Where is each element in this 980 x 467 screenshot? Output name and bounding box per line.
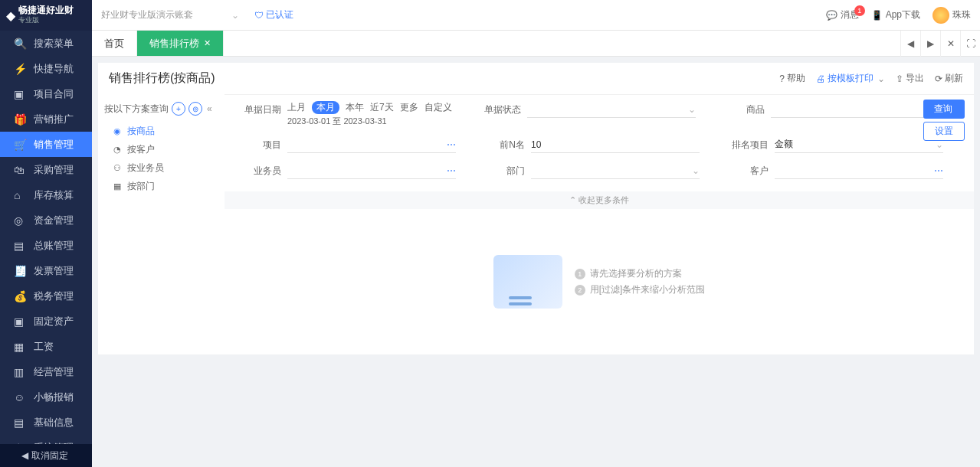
sidebar-footer[interactable]: ◀ 取消固定 [0,444,92,467]
filter-dept[interactable]: 部门 ⌄ [479,162,700,179]
chevron-down-icon: ⌄ [692,165,700,176]
filter-status[interactable]: 单据状态 ⌄ [475,101,696,127]
nav-ledger[interactable]: ▤总账管理 [0,233,92,258]
close-icon[interactable]: ✕ [204,38,211,48]
sidebar: ◆ 畅捷通好业财 专业版 🔍搜索菜单 ⚡快捷导航 ▣项目合同 🎁营销推广 🛒销售… [0,0,92,467]
filter-product[interactable]: 商品 ⋯ [719,101,939,127]
filter-date: 单据日期 上月 本月 本年 近7天 更多 自定义 2023-03-01 至 20… [235,101,452,127]
nav-invoice[interactable]: 🧾发票管理 [0,258,92,283]
nav-operation[interactable]: ▥经营管理 [0,359,92,384]
shield-icon: 🛡 [254,10,264,21]
settings-button[interactable]: 设置 [923,122,965,141]
date-opt-lastmonth[interactable]: 上月 [287,101,306,114]
nav-sales[interactable]: 🛒销售管理 [0,132,92,157]
brand-edition: 专业版 [18,15,74,25]
more-icon[interactable]: ⋯ [934,165,943,176]
info-icon: ▤ [14,416,29,429]
empty-tip-2: 2用[过滤]条件来缩小分析范围 [575,283,706,296]
topbar: 好业财专业版演示账套 ⌄ 🛡 已认证 💬 消息 1 📱 App下载 珠珠 [92,0,980,31]
nav-inventory[interactable]: ⌂库存核算 [0,182,92,207]
doc-icon: ▣ [14,88,29,100]
filter-project[interactable]: 项目 ⋯ [235,136,456,153]
user-menu[interactable]: 珠珠 [932,7,971,24]
export-button[interactable]: ⇪导出 [896,72,924,85]
nav-expense[interactable]: ☺小畅报销 [0,384,92,410]
help-icon: ? [779,73,785,84]
query-button[interactable]: 查询 [923,100,965,119]
arrow-up-icon: ⌃ [569,195,576,204]
logo: ◆ 畅捷通好业财 专业版 [0,0,92,31]
scheme-settings-button[interactable]: ⊚ [188,102,202,116]
cart-icon: 🛒 [14,139,29,151]
nav-finance[interactable]: ◎资金管理 [0,207,92,233]
nav-list: 🔍搜索菜单 ⚡快捷导航 ▣项目合同 🎁营销推广 🛒销售管理 🛍采购管理 ⌂库存核… [0,31,92,444]
nav-basic[interactable]: ▤基础信息 [0,410,92,435]
filter-rankby[interactable]: 排名项目 金额⌄ [723,136,943,153]
nav-tax[interactable]: 💰税务管理 [0,283,92,309]
avatar [932,7,949,24]
receipt-icon: 🧾 [14,265,29,277]
tab-prev[interactable]: ◀ [900,31,920,57]
message-badge: 1 [854,5,865,16]
scheme-panel: 按以下方案查询 + ⊚ « ◉按商品 ◔按客户 ⚇按业务员 ▦按部门 [98,94,225,354]
refresh-button[interactable]: ⟳刷新 [935,72,963,85]
empty-tip-1: 1请先选择要分析的方案 [575,267,706,280]
main-content: 销售排行榜(按商品) ?帮助 🖨按模板打印⌄ ⇪导出 ⟳刷新 按以下方案查询 +… [92,57,980,467]
clock-icon: ◔ [113,145,127,155]
page-title: 销售排行榜(按商品) [109,70,215,87]
more-icon[interactable]: ⋯ [447,139,456,150]
nav-marketing[interactable]: 🎁营销推广 [0,106,92,132]
messages-link[interactable]: 💬 消息 1 [826,8,859,21]
date-range-text: 2023-03-01 至 2023-03-31 [287,116,452,127]
tax-icon: 💰 [14,290,29,302]
date-opt-custom[interactable]: 自定义 [424,101,452,114]
more-icon[interactable]: ⋯ [447,165,456,176]
date-opt-7d[interactable]: 近7天 [370,101,394,114]
nav-salary[interactable]: ▦工资 [0,334,92,359]
ledger-icon: ▤ [14,240,29,252]
print-icon: 🖨 [816,73,825,84]
collapse-scheme-button[interactable]: « [207,103,212,114]
tab-next[interactable]: ▶ [920,31,940,57]
tab-home[interactable]: 首页 [92,31,137,56]
fullscreen-button[interactable]: ⛶ [960,31,980,57]
lightning-icon: ⚡ [14,63,29,75]
filter-customer[interactable]: 客户 ⋯ [723,162,943,179]
empty-state: 1请先选择要分析的方案 2用[过滤]条件来缩小分析范围 [225,209,974,354]
filter-topn[interactable]: 前N名 10 [479,136,700,153]
scheme-item-product[interactable]: ◉按商品 [113,122,218,140]
asset-icon: ▣ [14,315,29,328]
nav-search-menu[interactable]: 🔍搜索菜单 [0,31,92,56]
workspace-selector[interactable]: 好业财专业版演示账套 ⌄ [101,8,239,21]
tab-sales-ranking[interactable]: 销售排行榜 ✕ [137,31,224,56]
scheme-header: 按以下方案查询 + ⊚ « [104,102,218,116]
date-opt-thisyear[interactable]: 本年 [346,101,364,114]
add-scheme-button[interactable]: + [172,102,185,116]
date-opt-more[interactable]: 更多 [400,101,418,114]
tabrow: 首页 销售排行榜 ✕ ◀ ▶ ✕ ⛶ [92,31,980,57]
app-download-link[interactable]: 📱 App下载 [871,8,920,21]
scheme-item-customer[interactable]: ◔按客户 [113,140,218,158]
nav-quick[interactable]: ⚡快捷导航 [0,56,92,81]
print-button[interactable]: 🖨按模板打印⌄ [816,72,885,85]
scheme-item-salesman[interactable]: ⚇按业务员 [113,158,218,177]
tab-close-all[interactable]: ✕ [940,31,960,57]
refresh-icon: ⟳ [935,73,942,84]
pin-icon: ◀ [21,450,28,461]
scheme-item-dept[interactable]: ▦按部门 [113,177,218,195]
filter-panel: 查询 设置 单据日期 上月 本月 本年 近7天 更多 [225,94,974,191]
help-button[interactable]: ?帮助 [779,72,805,85]
logo-icon: ◆ [6,8,15,23]
export-icon: ⇪ [896,73,903,84]
gift-icon: 🎁 [14,113,29,126]
date-opt-thismonth[interactable]: 本月 [312,101,339,114]
grid-icon: ▦ [113,181,127,191]
collapse-filters[interactable]: ⌃ 收起更多条件 [225,191,974,209]
nav-system[interactable]: ⚙系统管理 [0,435,92,444]
nav-asset[interactable]: ▣固定资产 [0,309,92,334]
nav-project-contract[interactable]: ▣项目合同 [0,81,92,106]
page-header: 销售排行榜(按商品) ?帮助 🖨按模板打印⌄ ⇪导出 ⟳刷新 [98,63,974,94]
nav-purchase[interactable]: 🛍采购管理 [0,157,92,182]
filter-salesman[interactable]: 业务员 ⋯ [235,162,456,179]
empty-graphic [493,255,562,309]
